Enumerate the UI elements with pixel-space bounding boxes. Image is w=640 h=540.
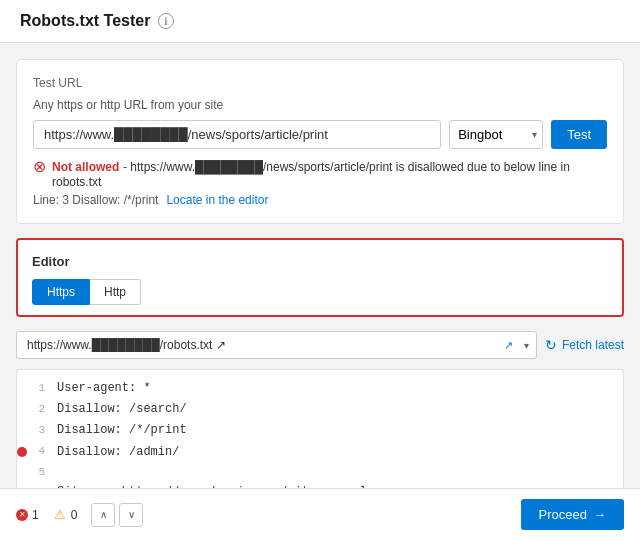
tab-https[interactable]: Https [32,279,90,305]
line-num-3: 3 [29,422,57,440]
error-count-icon: ✕ [16,509,28,521]
hint-text: Any https or http URL from your site [33,98,607,112]
disallow-line: Line: 3 Disallow: /*/print Locate in the… [33,193,607,207]
file-select-wrapper: https://www.████████/robots.txt ↗ ↗ ▾ [16,331,537,359]
disallow-line-text: Line: 3 Disallow: /*/print [33,193,158,207]
result-text: - https://www.████████/news/sports/artic… [52,160,570,189]
error-status: ✕ 1 [16,508,39,522]
line-content-3: Disallow: /*/print [57,421,615,440]
proceed-label: Proceed [539,507,587,522]
page-title: Robots.txt Tester [20,12,150,30]
url-input[interactable] [33,120,441,149]
not-allowed-badge: Not allowed [52,160,119,174]
line-num-4: 4 [29,443,57,461]
fetch-latest-button[interactable]: ↻ Fetch latest [545,333,624,357]
proceed-button[interactable]: Proceed → [521,499,624,530]
editor-label: Editor [32,254,608,269]
fetch-label: Fetch latest [562,338,624,352]
test-url-label: Test URL [33,76,607,90]
page-header: Robots.txt Tester ℹ [0,0,640,43]
locate-in-editor-link[interactable]: Locate in the editor [166,193,268,207]
line-content-2: Disallow: /search/ [57,400,615,419]
code-line-3: 3 Disallow: /*/print [17,420,623,441]
bottom-bar: ✕ 1 ⚠ 0 ∧ ∨ Proceed → [0,488,640,540]
code-line-4: 4 Disallow: /admin/ [17,442,623,463]
bot-select-wrapper: Bingbot Googlebot Slurp msnbot ▾ [449,120,543,149]
protocol-tabs: Https Http [32,279,608,305]
error-count: 1 [32,508,39,522]
refresh-icon: ↻ [545,337,557,353]
code-line-5: 5 [17,463,623,483]
url-test-row: Bingbot Googlebot Slurp msnbot ▾ Test [33,120,607,149]
line-content-4: Disallow: /admin/ [57,443,615,462]
file-row: https://www.████████/robots.txt ↗ ↗ ▾ ↻ … [16,331,624,359]
nav-down-button[interactable]: ∨ [119,503,143,527]
nav-arrows: ∧ ∨ [91,503,143,527]
line-num-1: 1 [29,380,57,398]
code-line-2: 2 Disallow: /search/ [17,399,623,420]
file-url-select[interactable]: https://www.████████/robots.txt ↗ [16,331,537,359]
code-line-1: 1 User-agent: * [17,378,623,399]
line-num-5: 5 [29,464,57,482]
external-link-icon[interactable]: ↗ [504,339,513,352]
nav-up-button[interactable]: ∧ [91,503,115,527]
tab-http[interactable]: Http [90,279,141,305]
bot-select[interactable]: Bingbot Googlebot Slurp msnbot [449,120,543,149]
result-message: Not allowed - https://www.████████/news/… [52,159,607,189]
line-num-2: 2 [29,401,57,419]
test-url-section: Test URL Any https or http URL from your… [16,59,624,224]
result-row: ⊗ Not allowed - https://www.████████/new… [33,159,607,189]
status-indicators: ✕ 1 ⚠ 0 ∧ ∨ [16,503,143,527]
test-button[interactable]: Test [551,120,607,149]
error-dot-icon [17,447,27,457]
proceed-arrow-icon: → [593,507,606,522]
line-indicator-4 [17,447,29,457]
warning-status: ⚠ 0 [53,508,78,522]
line-content-1: User-agent: * [57,379,615,398]
error-arrow-icon: ⊗ [33,157,46,176]
editor-section: Editor Https Http [16,238,624,317]
warning-icon: ⚠ [53,508,67,522]
info-icon[interactable]: ℹ [158,13,174,29]
warning-count: 0 [71,508,78,522]
